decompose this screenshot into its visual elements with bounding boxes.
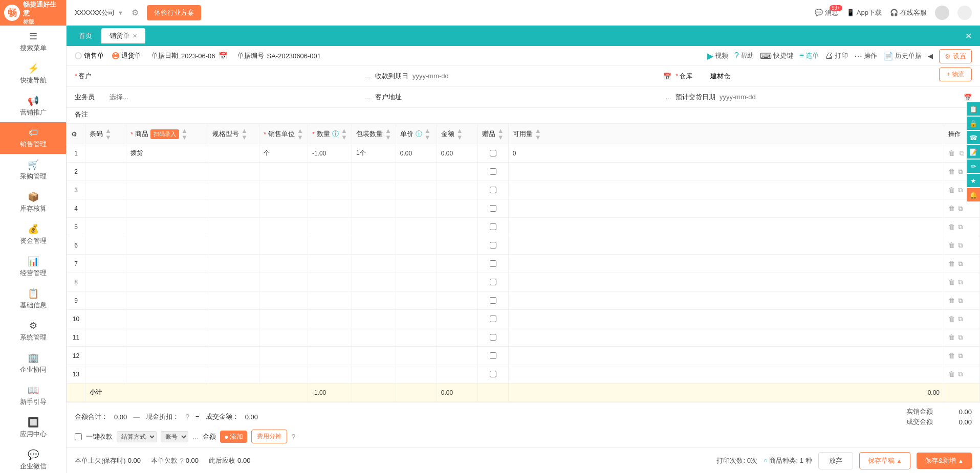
float-icon-1[interactable]: 📋 [967,102,980,116]
table-container: ⚙ 条码▲▼ * 商品 扫码录入 ▲▼ 规格型号▲▼ [67,124,980,402]
tab-sales-order[interactable]: 销货单 ✕ [101,28,145,43]
product-type-icon[interactable]: ○ [764,457,768,464]
form-row-2: 业务员 … 客户地址 … 预计交货日期 📅 [67,87,980,108]
float-icon-5[interactable]: ✏ [967,160,980,173]
sidebar-label-marketing: 营销推广 [20,108,47,117]
account-dots[interactable]: … [192,433,199,440]
sidebar-item-system[interactable]: ⚙ 系统管理 [0,315,66,347]
amount-total-value: 0.00 [114,413,127,421]
expected-delivery-input[interactable] [720,93,960,101]
tab-close-main-icon[interactable]: ✕ [961,31,976,41]
table-row: 10🗑⧉ [67,310,980,328]
online-service-item[interactable]: 🎧 在线客服 [890,8,927,17]
sidebar-item-enterprise[interactable]: 🏢 企业协同 [0,347,66,379]
equals-icon: = [195,413,200,421]
tab-close-icon[interactable]: ✕ [133,33,137,39]
float-icon-4[interactable]: 📝 [967,145,980,159]
address-dots[interactable]: … [665,94,671,101]
float-icon-7[interactable]: 🔔 [967,188,980,201]
cell-gift-1[interactable] [477,144,508,163]
toolbar-nav-prev[interactable]: ◀ [928,52,933,60]
payment-checkbox[interactable] [75,433,82,440]
add-payment-btn[interactable]: ● 添加 [220,431,247,443]
scan-btn[interactable]: 扫码录入 [150,129,179,139]
due-date-input[interactable] [412,72,659,80]
sidebar-item-guide[interactable]: 📖 新手引导 [0,379,66,412]
sidebar-item-wechat[interactable]: 💬 企业微信 [0,444,66,473]
copy-icon-1[interactable]: ⧉ [960,149,964,157]
sidebar-item-inventory[interactable]: 📦 库存核算 [0,186,66,218]
calendar-icon[interactable]: 📅 [219,52,227,60]
toolbar-history[interactable]: 📄 历史单据 [883,51,922,61]
sidebar-item-sales[interactable]: 🏷 销售管理 [0,122,66,154]
cell-qty-1[interactable]: -1.00 [308,144,352,163]
tab-home[interactable]: 首页 [71,28,100,43]
sidebar-item-quick-nav[interactable]: ⚡ 快捷导航 [0,58,66,90]
cell-barcode-1[interactable] [85,144,126,163]
toolbar-shortcut[interactable]: ⌨ 快捷键 [760,51,793,61]
due-date-calendar-icon[interactable]: 📅 [663,73,671,80]
footer-bar: 金额合计： 0.00 — 现金折扣： ? = 成交金额： 0.00 实销金额 0… [67,402,980,447]
sidebar-item-management[interactable]: 📊 经营管理 [0,251,66,283]
company-selector[interactable]: XXXXXX公司 ▼ [75,8,123,17]
save-draft-button[interactable]: 保存草稿 ▲ [859,452,911,469]
toolbar-operation[interactable]: ⋯ 操作 [854,51,877,61]
history-icon: 📄 [883,51,894,61]
avatar2[interactable] [957,6,972,20]
cell-price-1[interactable]: 0.00 [396,144,437,163]
customer-dots[interactable]: … [365,73,371,80]
account-select[interactable]: 账号 [161,431,188,442]
footer-dash: — [133,413,140,421]
salesperson-dots[interactable]: … [365,94,371,101]
return-order-radio[interactable]: 退货单 [112,51,141,60]
message-item[interactable]: 💬 消息 99+ [815,8,838,17]
customer-address-input[interactable] [410,93,661,101]
toolbar-video[interactable]: ▶ 视频 [707,51,728,61]
toolbar-help[interactable]: ? 帮助 [734,51,754,60]
sidebar-item-purchase[interactable]: 🛒 采购管理 [0,154,66,186]
sidebar-item-apps[interactable]: 🔲 应用中心 [0,412,66,444]
toolbar-select[interactable]: ≡ 选单 [799,51,819,60]
customer-label: 客户 [75,72,105,81]
salesperson-input[interactable] [110,93,361,101]
cell-unit-1[interactable]: 个 [259,144,308,163]
customer-address-field: 客户地址 … [375,90,671,104]
abandon-button[interactable]: 放弃 [818,452,853,469]
customer-input[interactable] [110,72,361,80]
gear-icon: ⚙ [71,130,77,138]
cell-product-1[interactable]: 拨货 [126,144,208,163]
float-icon-3[interactable]: ☎ [967,131,980,144]
save-new-button[interactable]: 保存&新增 ▲ [917,453,972,469]
payment-method-select[interactable]: 结算方式 [117,431,157,442]
toolbar-print[interactable]: 🖨 打印 [825,51,848,60]
cell-amount-1[interactable]: 0.00 [437,144,477,163]
sidebar-label-search: 搜索菜单 [20,43,47,53]
fee-split-btn[interactable]: 费用分摊 [251,430,287,443]
float-icon-2[interactable]: 🔒 [967,117,980,130]
expected-delivery-calendar-icon[interactable]: 📅 [964,94,972,101]
cell-spec-1[interactable] [208,144,259,163]
logistics-button[interactable]: + 物流 [939,67,972,81]
sidebar-item-finance[interactable]: 💰 资金管理 [0,218,66,251]
sale-order-radio[interactable]: 销售单 [75,51,104,60]
th-gear[interactable]: ⚙ [67,124,85,144]
sidebar-item-marketing[interactable]: 📢 营销推广 [0,90,66,122]
receivable-value: 0.00 [237,457,250,464]
salesperson-field: 业务员 … [75,90,371,104]
management-icon: 📊 [28,256,39,267]
app-download-item[interactable]: 📱 App下载 [846,8,882,17]
experience-btn[interactable]: 体验行业方案 [147,5,201,20]
keyboard-icon: ⌨ [760,51,772,61]
due-date-field: 收款到期日 📅 [375,69,671,83]
remark-input[interactable] [99,111,972,119]
float-icon-6[interactable]: ★ [967,174,980,187]
delete-icon-1[interactable]: 🗑 [948,149,955,157]
setting-button[interactable]: ⚙ 设置 [939,49,972,63]
avatar[interactable] [935,6,949,20]
sidebar-item-basics[interactable]: 📋 基础信息 [0,283,66,315]
cell-pkg-qty-1[interactable]: 1个 [352,144,396,163]
sidebar-item-search[interactable]: ☰ 搜索菜单 [0,26,66,58]
receivable-stat: 此后应收 0.00 [209,456,250,465]
tab-home-label: 首页 [79,31,92,40]
topbar-gear-icon[interactable]: ⚙ [132,8,139,17]
